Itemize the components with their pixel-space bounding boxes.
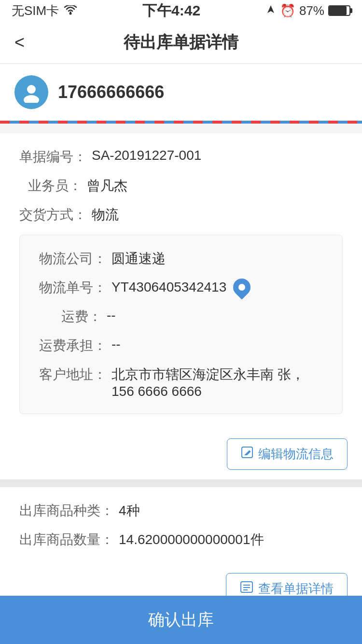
address-value: 北京市市辖区海淀区永丰南 张，156 6666 6666 <box>111 365 323 399</box>
order-number-row: 单据编号： SA-20191227-001 <box>19 148 343 166</box>
delivery-value: 物流 <box>92 206 343 224</box>
logistics-company-label: 物流公司： <box>39 250 107 268</box>
tracking-value: YT4306405342413 <box>111 279 323 296</box>
address-row: 客户地址： 北京市市辖区海淀区永丰南 张，156 6666 6666 <box>39 365 323 399</box>
view-icon <box>240 581 253 597</box>
battery-percent: 87% <box>299 3 324 18</box>
freight-row: 运费： -- <box>39 308 323 326</box>
freight-bear-row: 运费承担： -- <box>39 336 323 355</box>
delivery-row: 交货方式： 物流 <box>19 206 343 224</box>
edit-logistics-button[interactable]: 编辑物流信息 <box>227 438 348 470</box>
svg-point-3 <box>24 95 39 103</box>
content: 17666666666 单据编号： SA-20191227-001 业务员： 曾… <box>0 64 362 644</box>
page-title: 待出库单据详情 <box>124 31 238 54</box>
freight-bear-value: -- <box>111 336 323 352</box>
avatar <box>14 75 48 109</box>
goods-type-value: 4种 <box>119 502 343 520</box>
battery-icon <box>328 3 350 18</box>
goods-quantity-row: 出库商品数量： 14.620000000000001件 <box>19 531 343 549</box>
staff-value: 曾凡杰 <box>87 177 343 195</box>
location-pin-icon <box>230 275 254 300</box>
svg-point-2 <box>27 85 36 94</box>
nav-bar: < 待出库单据详情 <box>0 21 362 64</box>
confirm-button-label: 确认出库 <box>148 609 214 631</box>
status-time: 下午4:42 <box>142 1 200 21</box>
order-number-value: SA-20191227-001 <box>92 148 343 163</box>
staff-row: 业务员： 曾凡杰 <box>19 177 343 195</box>
delivery-label: 交货方式： <box>19 206 87 224</box>
svg-point-0 <box>70 12 72 14</box>
goods-section: 出库商品种类： 4种 出库商品数量： 14.620000000000001件 <box>0 487 362 563</box>
carrier-text: 无SIM卡 <box>12 2 59 19</box>
confirm-bar[interactable]: 确认出库 <box>0 596 362 644</box>
logistics-card: 物流公司： 圆通速递 物流单号： YT4306405342413 运费： -- … <box>19 235 343 414</box>
edit-icon <box>241 446 253 462</box>
address-label: 客户地址： <box>39 365 107 384</box>
logistics-company-value: 圆通速递 <box>111 250 323 268</box>
goods-type-label: 出库商品种类： <box>19 502 114 520</box>
goods-quantity-value: 14.620000000000001件 <box>119 531 343 549</box>
tracking-row: 物流单号： YT4306405342413 <box>39 279 323 297</box>
wifi-icon <box>64 3 77 18</box>
staff-label: 业务员： <box>19 177 82 195</box>
location-icon <box>265 3 276 18</box>
section-divider <box>0 479 362 487</box>
logistics-company-row: 物流公司： 圆通速递 <box>39 250 323 268</box>
goods-type-row: 出库商品种类： 4种 <box>19 502 343 520</box>
edit-btn-container: 编辑物流信息 <box>0 429 362 479</box>
back-button[interactable]: < <box>14 32 25 53</box>
tracking-label: 物流单号： <box>39 279 107 297</box>
dashed-divider <box>0 121 362 124</box>
alarm-icon: ⏰ <box>280 3 295 18</box>
freight-label: 运费： <box>39 308 102 326</box>
edit-btn-label: 编辑物流信息 <box>258 446 334 462</box>
status-bar: 无SIM卡 下午4:42 ⏰ 87% <box>0 0 362 21</box>
status-right: ⏰ 87% <box>265 3 350 18</box>
goods-quantity-label: 出库商品数量： <box>19 531 114 549</box>
customer-phone: 17666666666 <box>58 82 164 102</box>
customer-section: 17666666666 <box>0 64 362 121</box>
freight-value: -- <box>107 308 323 323</box>
order-number-label: 单据编号： <box>19 148 87 166</box>
order-info-card: 单据编号： SA-20191227-001 业务员： 曾凡杰 交货方式： 物流 … <box>0 133 362 429</box>
svg-marker-1 <box>267 5 274 13</box>
freight-bear-label: 运费承担： <box>39 336 107 355</box>
view-btn-label: 查看单据详情 <box>258 580 334 597</box>
status-left: 无SIM卡 <box>12 2 77 19</box>
